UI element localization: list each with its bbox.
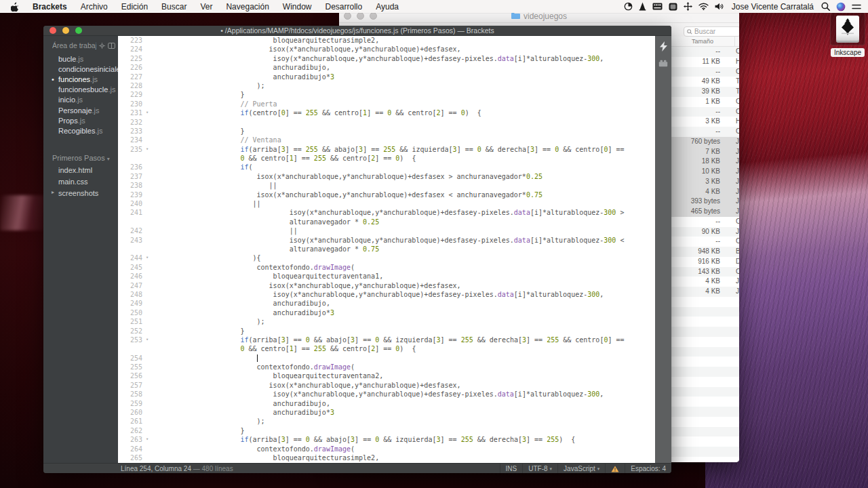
code-line[interactable]: 243 isoy(x*anchurabloque,y*anchurabloque… <box>118 236 655 245</box>
status-indentation[interactable]: Espacios: 4 <box>625 464 671 473</box>
display-icon[interactable] <box>669 3 677 11</box>
apple-menu-icon[interactable] <box>7 2 26 12</box>
zoom-button[interactable] <box>75 27 82 34</box>
zoom-button[interactable] <box>370 12 377 20</box>
fold-arrow-icon[interactable]: ▾ <box>144 145 151 154</box>
code-line[interactable]: 252 } <box>118 327 655 336</box>
wifi-icon[interactable] <box>698 3 709 10</box>
close-button[interactable] <box>344 12 351 20</box>
menu-edicion[interactable]: Edición <box>115 2 155 12</box>
code-line[interactable]: 261 ); <box>118 417 655 426</box>
menu-ver[interactable]: Ver <box>193 2 219 12</box>
menu-desarrollo[interactable]: Desarrollo <box>319 2 370 12</box>
project-file-main[interactable]: main.css <box>43 176 118 188</box>
code-line[interactable]: 263▾ if(arriba[3] == 0 && abajo[3] == 0 … <box>118 435 655 444</box>
code-line[interactable]: 259 anchuradibujo, <box>118 399 655 408</box>
working-file-condicionesiniciales[interactable]: condicionesiniciales.js <box>43 64 118 74</box>
fold-arrow-icon[interactable]: ▾ <box>144 336 151 344</box>
code-line[interactable]: 245 contextofondo.drawImage( <box>118 263 655 272</box>
fold-arrow-icon[interactable]: ▾ <box>144 435 151 444</box>
code-line[interactable]: 264 contextofondo.drawImage( <box>118 445 655 453</box>
code-line[interactable]: 257 isox(x*anchurabloque,y*anchurabloque… <box>118 381 655 390</box>
working-file-Personaje[interactable]: Personaje.js <box>43 105 118 115</box>
working-file-Props[interactable]: Props.js <box>43 115 118 125</box>
menu-archivo[interactable]: Archivo <box>74 2 115 12</box>
status-insert-mode[interactable]: INS <box>500 464 523 473</box>
code-line[interactable]: 229 } <box>118 90 655 99</box>
code-line[interactable]: 256 bloquearquitecturaventana2, <box>118 371 655 380</box>
working-file-bucle[interactable]: bucle.js <box>43 54 118 64</box>
code-line[interactable]: 254 <box>118 354 655 363</box>
vlc-cone-icon[interactable] <box>639 2 646 11</box>
menu-window[interactable]: Window <box>276 2 319 12</box>
code-line[interactable]: 226 anchuradibujo, <box>118 63 655 72</box>
volume-icon[interactable] <box>715 3 724 10</box>
project-file-screenshots[interactable]: ▸screenshots <box>43 188 118 199</box>
code-line[interactable]: alturanavegador * 0.25 <box>118 218 655 226</box>
code-line[interactable]: 241 isoy(x*anchurabloque,y*anchurabloque… <box>118 208 655 217</box>
brackets-titlebar[interactable]: • /Applications/MAMP/htdocs/videojuegos/… <box>43 26 671 36</box>
code-line[interactable]: 227 anchuradibujo*3 <box>118 73 655 81</box>
code-line[interactable]: 225 isoy(x*anchurabloque,y*anchurabloque… <box>118 54 655 63</box>
code-line[interactable]: 233 } <box>118 127 655 136</box>
code-line[interactable]: 248 isoy(x*anchurabloque,y*anchurabloque… <box>118 290 655 299</box>
working-file-Recogibles[interactable]: Recogibles.js <box>43 125 118 136</box>
code-line[interactable]: 244▾ ){ <box>118 253 655 262</box>
code-line[interactable]: 234 // Ventana <box>118 136 655 144</box>
code-line[interactable]: 230 // Puerta <box>118 100 655 108</box>
notification-center-icon[interactable] <box>852 3 861 11</box>
code-line[interactable]: 249 anchuradibujo, <box>118 299 655 308</box>
code-line[interactable]: 258 isoy(x*anchurabloque,y*anchurabloque… <box>118 390 655 399</box>
close-button[interactable] <box>50 27 56 34</box>
code-line[interactable]: 232 <box>118 118 655 127</box>
code-line[interactable]: 255 contextofondo.drawImage( <box>118 363 655 371</box>
move-tool-icon[interactable] <box>684 2 692 11</box>
code-line[interactable]: alturanavegador * 0.75 <box>118 245 655 253</box>
gear-icon[interactable] <box>99 43 105 49</box>
code-editor[interactable]: 223 bloquearquitecturasimple2,224 isox(x… <box>118 36 655 463</box>
live-preview-icon[interactable] <box>659 41 668 52</box>
code-line[interactable]: 265 bloquearquitecturasimple2, <box>118 453 655 462</box>
fold-arrow-icon[interactable]: ▾ <box>144 108 151 117</box>
siri-icon[interactable] <box>836 2 846 12</box>
code-line[interactable]: 247 isox(x*anchurabloque,y*anchurabloque… <box>118 281 655 290</box>
working-file-inicio[interactable]: inicio.js <box>43 95 118 105</box>
pie-chart-icon[interactable] <box>624 2 633 11</box>
code-line[interactable]: 242 || <box>118 226 655 235</box>
project-dropdown[interactable]: Primeros Pasos ▾ <box>43 151 118 165</box>
code-line[interactable]: 0 && centro[1] == 255 && centro[2] == 0)… <box>118 154 655 163</box>
code-line[interactable]: 262 } <box>118 426 655 435</box>
menu-buscar[interactable]: Buscar <box>155 2 193 12</box>
status-lint-warning[interactable] <box>605 464 625 473</box>
status-language[interactable]: JavaScript▾ <box>557 464 605 473</box>
minimize-button[interactable] <box>357 12 364 20</box>
extension-manager-icon[interactable] <box>658 60 668 67</box>
minimize-button[interactable] <box>62 27 69 34</box>
code-line[interactable]: 239 isox(x*anchurabloque,y*anchurabloque… <box>118 190 655 199</box>
code-line[interactable]: 224 isox(x*anchurabloque,y*anchurabloque… <box>118 45 655 54</box>
status-encoding[interactable]: UTF-8▾ <box>522 464 557 473</box>
code-line[interactable]: 240 || <box>118 199 655 208</box>
menu-navegacion[interactable]: Navegación <box>219 2 275 12</box>
code-line[interactable]: 246 bloquearquitecturaventana1, <box>118 272 655 281</box>
column-header-size[interactable]: Tamaño <box>671 38 734 45</box>
code-line[interactable]: 231▾ if(centro[0] == 255 && centro[1] ==… <box>118 108 655 117</box>
code-line[interactable]: 0 && centro[1] == 255 && centro[2] == 0)… <box>118 344 655 353</box>
code-line[interactable]: 266 isox(x*anchurabloque,y*anchurabloque… <box>118 462 655 463</box>
cursor-position[interactable]: Línea 254, Columna 24 — 480 líneas <box>43 465 500 472</box>
code-line[interactable]: 238 || <box>118 181 655 190</box>
working-file-funciones[interactable]: •funciones.js <box>43 74 118 84</box>
inkscape-desktop-icon[interactable]: Inkscape <box>829 12 867 58</box>
code-line[interactable]: 235▾ if(arriba[3] == 255 && abajo[3] == … <box>118 145 655 154</box>
code-line[interactable]: 250 anchuradibujo*3 <box>118 308 655 317</box>
code-line[interactable]: 223 bloquearquitecturasimple2, <box>118 36 655 45</box>
working-file-funcionesbucle[interactable]: funcionesbucle.js <box>43 85 118 95</box>
split-view-icon[interactable] <box>108 43 115 49</box>
finder-search-field[interactable]: Buscar <box>684 26 739 37</box>
code-line[interactable]: 253▾ if(arriba[3] == 0 && abajo[3] == 0 … <box>118 336 655 344</box>
search-icon[interactable] <box>821 2 830 11</box>
code-line[interactable]: 237 isox(x*anchurabloque,y*anchurabloque… <box>118 172 655 181</box>
code-line[interactable]: 228 ); <box>118 81 655 90</box>
menu-bar-username[interactable]: Jose Vicente Carratalá <box>730 2 815 12</box>
menu-ayuda[interactable]: Ayuda <box>369 2 406 12</box>
